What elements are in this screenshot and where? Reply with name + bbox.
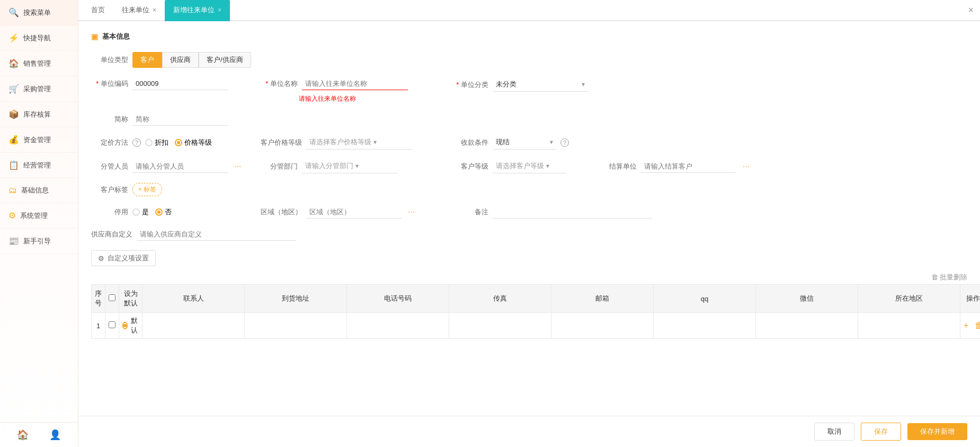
sidebar-item-system[interactable]: ⚙ 系统管理 bbox=[0, 203, 78, 229]
supplier-custom-input[interactable] bbox=[137, 228, 296, 241]
cancel-button[interactable]: 取消 bbox=[814, 423, 854, 441]
manager-more-dots[interactable]: ··· bbox=[232, 162, 243, 171]
settlement-more-dots[interactable]: ··· bbox=[741, 162, 752, 171]
remark-input[interactable] bbox=[493, 206, 652, 218]
save-button[interactable]: 保存 bbox=[861, 423, 901, 441]
email-input[interactable] bbox=[555, 320, 650, 332]
row-contact[interactable] bbox=[142, 313, 245, 339]
tab-home[interactable]: 首页 bbox=[83, 0, 113, 21]
add-tag-button[interactable]: + 标签 bbox=[132, 183, 162, 196]
sidebar-label-management: 经营管理 bbox=[23, 161, 51, 170]
abbr-field: 简称 bbox=[91, 113, 261, 126]
sidebar-item-basic[interactable]: 🗂 基础信息 bbox=[0, 178, 78, 203]
radio-discount-circle bbox=[145, 139, 153, 146]
radio-pricelevel[interactable]: 价格等级 bbox=[175, 138, 212, 147]
payment-value: 现结 bbox=[496, 137, 548, 147]
sidebar-item-search[interactable]: 🔍 搜索菜单 bbox=[0, 0, 78, 25]
radio-disable-no[interactable]: 否 bbox=[155, 207, 172, 217]
tab-counterpart-label: 往来单位 bbox=[122, 5, 149, 15]
row-address[interactable] bbox=[245, 313, 347, 339]
pricing-field: 定价方法 ? 折扣 价格等级 bbox=[91, 138, 261, 147]
fax-input[interactable] bbox=[452, 320, 548, 332]
row-qq[interactable] bbox=[654, 313, 756, 339]
table-region-input[interactable] bbox=[861, 320, 957, 332]
sidebar-item-management[interactable]: 📋 经营管理 bbox=[0, 153, 78, 178]
row-email[interactable] bbox=[551, 313, 654, 339]
row-select-checkbox[interactable] bbox=[109, 321, 115, 328]
user-bottom-icon[interactable]: 👤 bbox=[49, 429, 61, 441]
phone-input[interactable] bbox=[350, 320, 446, 332]
dept-select[interactable]: 请输入分管部门 ▾ bbox=[302, 159, 397, 173]
sidebar-label-search: 搜索菜单 bbox=[23, 8, 51, 17]
abbr-input[interactable] bbox=[132, 113, 228, 126]
address-input[interactable] bbox=[248, 320, 343, 332]
row-add-button[interactable]: + bbox=[964, 321, 968, 330]
row-index: 1 bbox=[92, 313, 105, 339]
radio-pricelevel-label: 价格等级 bbox=[184, 138, 212, 147]
row-fax[interactable] bbox=[449, 313, 551, 339]
region-input[interactable] bbox=[306, 206, 402, 218]
dept-label: 分管部门 bbox=[261, 162, 298, 171]
unit-type-btn-both[interactable]: 客户/供应商 bbox=[199, 52, 251, 68]
select-all-checkbox[interactable] bbox=[109, 294, 115, 301]
pricing-help-icon[interactable]: ? bbox=[132, 138, 141, 147]
row-phone[interactable] bbox=[347, 313, 449, 339]
tab-new-counterpart-close[interactable]: × bbox=[218, 6, 221, 14]
settings-gear-icon: ⚙ bbox=[98, 255, 104, 262]
radio-discount[interactable]: 折扣 bbox=[145, 138, 168, 147]
tab-new-counterpart[interactable]: 新增往来单位 × bbox=[165, 0, 230, 21]
sidebar-label-basic: 基础信息 bbox=[21, 186, 49, 195]
payment-chevron: ▾ bbox=[550, 138, 553, 146]
customer-price-field: 客户价格等级 请选择客户价格等级 ▾ bbox=[261, 135, 451, 150]
radio-disable-yes[interactable]: 是 bbox=[132, 207, 149, 217]
manager-input[interactable] bbox=[132, 160, 228, 173]
sidebar-label-finance: 资金管理 bbox=[23, 135, 51, 145]
sidebar-item-quicknav[interactable]: ⚡ 快捷导航 bbox=[0, 25, 78, 51]
sidebar-bottom: 🏠 👤 bbox=[0, 422, 78, 447]
manager-label: 分管人员 bbox=[91, 162, 128, 171]
row-wechat[interactable] bbox=[756, 313, 858, 339]
unit-type-btn-supplier[interactable]: 供应商 bbox=[162, 52, 199, 68]
sidebar-item-guide[interactable]: 📰 新手引导 bbox=[0, 229, 78, 254]
sidebar-item-purchase[interactable]: 🛒 采购管理 bbox=[0, 76, 78, 102]
sidebar-item-sales[interactable]: 🏠 销售管理 bbox=[0, 51, 78, 76]
name-field: 单位名称 请输入往来单位名称 bbox=[261, 77, 451, 103]
tab-counterpart-close[interactable]: × bbox=[153, 6, 156, 14]
tab-counterpart[interactable]: 往来单位 × bbox=[113, 0, 165, 21]
payment-help-icon[interactable]: ? bbox=[560, 138, 569, 147]
disable-radio-group: 是 否 bbox=[132, 207, 172, 217]
name-input[interactable] bbox=[302, 77, 408, 90]
row-region[interactable] bbox=[858, 313, 960, 339]
code-input[interactable] bbox=[132, 77, 228, 90]
sidebar-item-inventory[interactable]: 📦 库存核算 bbox=[0, 102, 78, 127]
th-checkbox bbox=[105, 285, 119, 313]
home-bottom-icon[interactable]: 🏠 bbox=[17, 429, 29, 441]
pricing-radio-group: 折扣 价格等级 bbox=[145, 138, 212, 147]
sidebar-item-finance[interactable]: 💰 资金管理 bbox=[0, 127, 78, 153]
manager-row: 分管人员 ··· 分管部门 请输入分管部门 ▾ 客户等级 请选择客户等级 ▾ 结… bbox=[91, 159, 967, 173]
customer-level-select[interactable]: 请选择客户等级 ▾ bbox=[493, 159, 567, 173]
quicknav-icon: ⚡ bbox=[8, 33, 19, 43]
batch-delete-button[interactable]: 🗑 批量删除 bbox=[91, 273, 967, 282]
row-delete-button[interactable]: 🗑 bbox=[975, 321, 980, 330]
customer-price-select[interactable]: 请选择客户价格等级 ▾ bbox=[306, 135, 412, 150]
radio-discount-label: 折扣 bbox=[155, 138, 168, 147]
category-select[interactable]: 未分类 ▾ bbox=[493, 77, 588, 92]
settlement-input[interactable] bbox=[641, 160, 736, 173]
wechat-input[interactable] bbox=[759, 320, 854, 332]
row-default-radio[interactable]: 默认 bbox=[122, 316, 139, 335]
category-chevron: ▾ bbox=[582, 81, 585, 88]
tab-bar-close-button[interactable]: × bbox=[968, 5, 974, 16]
th-region: 所在地区 bbox=[858, 285, 960, 313]
contact-input[interactable] bbox=[146, 320, 241, 332]
sidebar-label-purchase: 采购管理 bbox=[23, 84, 51, 94]
region-more-dots[interactable]: ··· bbox=[406, 207, 417, 217]
payment-select[interactable]: 现结 ▾ bbox=[493, 135, 556, 150]
qq-input[interactable] bbox=[657, 320, 752, 332]
name-error-tip: 请输入往来单位名称 bbox=[299, 95, 356, 102]
save-new-button[interactable]: 保存并新增 bbox=[907, 423, 967, 440]
unit-type-label: 单位类型 bbox=[91, 55, 128, 65]
custom-settings-button[interactable]: ⚙ 自定义项设置 bbox=[91, 250, 156, 266]
unit-type-btn-customer[interactable]: 客户 bbox=[132, 52, 162, 68]
customer-level-label: 客户等级 bbox=[451, 162, 488, 171]
